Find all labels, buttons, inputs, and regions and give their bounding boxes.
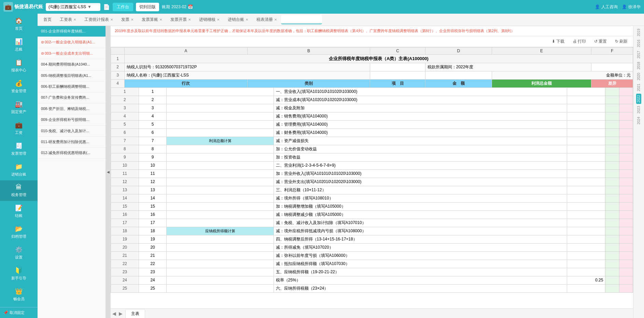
sidebar-item-settings[interactable]: ⚙️ 设置 — [0, 243, 38, 263]
diff-cell[interactable] — [619, 219, 633, 227]
tab-income-tax[interactable]: 所得税汇算清缴 ✕ — [281, 15, 322, 24]
profit-cell[interactable] — [605, 194, 619, 202]
close-tab-import-ledger[interactable]: ✕ — [246, 18, 248, 22]
profit-cell[interactable] — [605, 227, 619, 235]
profit-cell[interactable] — [605, 120, 619, 128]
diff-cell[interactable] — [619, 227, 633, 235]
main-sheet-tab[interactable]: 主表 — [125, 309, 145, 318]
diff-cell[interactable] — [619, 96, 633, 104]
collapse-panel-button[interactable]: ◀ — [106, 26, 111, 318]
left-panel-item-009[interactable]: 009-企业所得税补亏损明细... — [38, 114, 106, 125]
sidebar-item-invoice[interactable]: 🧾 发票管理 — [0, 139, 38, 160]
diff-cell[interactable] — [619, 87, 633, 96]
year-2019[interactable]: 2019 — [636, 27, 641, 38]
year-2016[interactable]: 2016 — [636, 38, 641, 49]
amount-cell[interactable] — [567, 268, 605, 276]
profit-cell[interactable] — [605, 137, 619, 145]
amount-cell[interactable] — [567, 112, 605, 120]
amount-cell[interactable] — [567, 284, 605, 292]
sidebar-item-tax[interactable]: 🏛 税务管理 — [0, 180, 38, 201]
profit-cell[interactable] — [605, 268, 619, 276]
profit-cell[interactable] — [605, 260, 619, 268]
amount-cell[interactable] — [567, 202, 605, 210]
amount-cell[interactable] — [567, 186, 605, 194]
profit-cell[interactable] — [605, 128, 619, 137]
sidebar-item-archive[interactable]: 📂 归档管理 — [0, 222, 38, 243]
close-tab-invoice[interactable]: ✕ — [131, 18, 134, 22]
close-tab-salary[interactable]: ✕ — [73, 18, 76, 22]
profit-cell[interactable] — [605, 112, 619, 120]
diff-cell[interactable] — [619, 137, 633, 145]
amount-cell[interactable] — [567, 145, 605, 153]
diff-cell[interactable] — [619, 120, 633, 128]
profit-cell[interactable] — [605, 186, 619, 194]
sidebar-item-ledger[interactable]: 📊 总账 — [0, 34, 38, 55]
left-panel-item-011[interactable]: 011-研发费用加计扣除优惠... — [38, 137, 106, 148]
diff-cell[interactable] — [619, 194, 633, 202]
sidebar-item-settlement[interactable]: 📝 结账 — [0, 201, 38, 222]
diff-cell[interactable] — [619, 169, 633, 178]
profit-cell[interactable] — [605, 284, 619, 292]
amount-cell[interactable] — [567, 169, 605, 178]
diff-cell[interactable] — [619, 251, 633, 260]
year-2018[interactable]: 2018 — [636, 60, 641, 71]
tab-tax-summary[interactable]: 税表清册 ✕ — [252, 14, 281, 26]
year-2023[interactable]: 2023 — [636, 105, 641, 115]
left-panel-item-004[interactable]: 004-期间费用明细表(A1040... — [38, 59, 106, 70]
left-panel-item-012[interactable]: 012-减免所得税优惠明细表(... — [38, 148, 106, 158]
year-2024[interactable]: 2024 — [636, 115, 641, 126]
profit-cell[interactable] — [605, 169, 619, 178]
print-button[interactable]: 🖨 打印 — [571, 38, 588, 45]
close-tab-tax-summary[interactable]: ✕ — [274, 18, 277, 22]
left-panel-item-001[interactable]: 001-企业所得税年度纳税... — [38, 26, 106, 37]
pin-button[interactable]: 📌 取消固定 — [0, 307, 38, 318]
tab-invoice-open[interactable]: 发票开票 ✕ — [166, 14, 195, 26]
sidebar-item-home[interactable]: 🏠 首页 — [0, 14, 38, 34]
amount-cell[interactable] — [567, 87, 605, 96]
diff-cell[interactable] — [619, 284, 633, 292]
diff-cell[interactable] — [619, 235, 633, 243]
sidebar-item-member[interactable]: 👑 畅会员 — [0, 284, 38, 305]
diff-cell[interactable] — [619, 112, 633, 120]
prev-sheet-button[interactable]: ◀ — [112, 311, 116, 316]
diff-cell[interactable] — [619, 104, 633, 112]
amount-cell[interactable] — [567, 210, 605, 219]
ai-consult[interactable]: 👤 人工咨询 — [595, 4, 618, 10]
close-tab-salary-report[interactable]: ✕ — [110, 18, 113, 22]
amount-cell[interactable] — [567, 227, 605, 235]
refresh-button[interactable]: ↻ 刷新 — [613, 38, 630, 45]
profit-cell[interactable] — [605, 251, 619, 260]
amount-cell[interactable] — [567, 128, 605, 137]
sidebar-item-fund[interactable]: 💰 资金管理 — [0, 76, 38, 97]
amount-cell[interactable] — [567, 178, 605, 186]
amount-cell[interactable] — [567, 137, 605, 145]
diff-cell[interactable] — [619, 128, 633, 137]
close-tab-invoice-open[interactable]: ✕ — [188, 18, 191, 22]
diff-cell[interactable] — [619, 210, 633, 219]
tab-invoice[interactable]: 发票 ✕ — [117, 14, 138, 26]
year-2020[interactable]: 2020 — [636, 71, 641, 82]
amount-cell[interactable] — [567, 235, 605, 243]
diff-cell[interactable] — [619, 276, 633, 284]
diff-cell[interactable] — [619, 260, 633, 268]
amount-cell[interactable] — [567, 104, 605, 112]
close-tab-income-tax[interactable]: ✕ — [315, 17, 318, 21]
left-panel-item-002[interactable]: ⊘002-一般企业收入明细表(A1... — [38, 37, 106, 48]
diff-cell[interactable] — [619, 161, 633, 169]
diff-cell[interactable] — [619, 186, 633, 194]
left-panel-item-008[interactable]: 008-资产折旧、摊销及纳税... — [38, 103, 106, 114]
profit-cell[interactable] — [605, 178, 619, 186]
spreadsheet-container[interactable]: A B C D E F 1 企业所 — [111, 47, 633, 309]
document-icon[interactable]: 📄 — [103, 4, 110, 10]
download-button[interactable]: ⬇ 下载 — [550, 38, 566, 45]
amount-cell[interactable] — [567, 251, 605, 260]
diff-cell[interactable] — [619, 153, 633, 161]
left-panel-item-007[interactable]: 007-广告费和业务宣传费跨... — [38, 92, 106, 103]
sidebar-item-import[interactable]: 📁 进销台账 — [0, 160, 38, 180]
close-tab-import-verify[interactable]: ✕ — [217, 18, 220, 22]
year-2017[interactable]: 2017 — [636, 50, 641, 60]
amount-cell[interactable] — [567, 194, 605, 202]
diff-cell[interactable] — [619, 268, 633, 276]
tab-salary-report[interactable]: 工资统计报表 ✕ — [80, 14, 117, 26]
tab-import-verify[interactable]: 进销稽核 ✕ — [195, 14, 224, 26]
